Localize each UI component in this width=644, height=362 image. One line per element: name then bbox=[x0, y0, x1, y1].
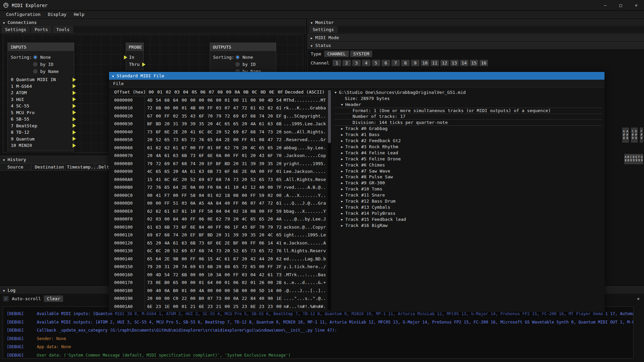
radio-sort-by-id[interactable] bbox=[33, 62, 38, 67]
probe-node-title[interactable]: PROBE bbox=[126, 43, 144, 51]
probe-in-row[interactable]: In bbox=[126, 54, 144, 61]
channel-button[interactable]: 4 bbox=[362, 60, 370, 66]
midi-output-pin-icon[interactable] bbox=[73, 144, 76, 148]
channel-button[interactable]: 15 bbox=[470, 60, 478, 66]
chevron-down-icon[interactable] bbox=[311, 43, 312, 48]
hex-row[interactable]: 0000110 69 67 68 74 20 EF BF BD 20 31 39… bbox=[112, 231, 326, 239]
piano-black-key[interactable]: C # 9 bbox=[631, 128, 634, 143]
tree-track-row[interactable]: Track #15 Feedback lead bbox=[335, 216, 602, 223]
tree-root-row[interactable]: G:\Studio One\Sources\GrabbagOriginalVer… bbox=[335, 89, 602, 96]
input-port-row[interactable]: 1 M-GS64 bbox=[8, 83, 74, 90]
smf-menu-item[interactable]: File bbox=[110, 81, 127, 86]
channel-button[interactable]: 5 bbox=[372, 60, 380, 66]
maximize-button[interactable]: □ bbox=[613, 0, 628, 10]
tree-track-row[interactable]: Track #16 BigRaw bbox=[335, 223, 602, 229]
hex-viewer[interactable]: Offset (hex) 00 01 02 03 04 05 06 07 08 … bbox=[112, 88, 326, 311]
channel-button[interactable]: 3 bbox=[352, 60, 361, 66]
piano-white-key[interactable]: E 9 bbox=[635, 154, 638, 164]
radio-sort-by-id[interactable] bbox=[235, 62, 240, 67]
piano-white-key[interactable]: F 9 bbox=[638, 154, 640, 164]
midi-output-pin-icon[interactable] bbox=[73, 124, 76, 128]
hex-row[interactable]: 0000190 20 00 00 C0 22 00 B0 07 73 00 0A… bbox=[112, 294, 326, 303]
log-close-icon[interactable]: ✕ bbox=[637, 296, 640, 301]
hex-row[interactable]: 00000A0 15 41 6C 6C 20 52 69 67 68 74 73… bbox=[112, 176, 326, 184]
probe-thru-row[interactable]: Thru bbox=[126, 61, 144, 68]
channel-button[interactable]: 13 bbox=[450, 60, 459, 66]
midi-output-pin-icon[interactable] bbox=[73, 110, 76, 114]
history-column-header[interactable]: Timestamp... bbox=[63, 163, 95, 170]
menu-item[interactable]: Display bbox=[45, 11, 70, 17]
channel-button[interactable]: 1 bbox=[333, 60, 341, 66]
midi-output-pin-icon[interactable] bbox=[73, 91, 76, 95]
midi-mode-header[interactable]: MIDI Mode bbox=[308, 34, 644, 41]
piano-white-key[interactable]: C 9 bbox=[630, 154, 632, 164]
tree-track-row[interactable]: Track #13 Cymbals bbox=[335, 204, 602, 210]
midi-output-pin-icon[interactable] bbox=[73, 78, 76, 82]
midi-output-pin-icon[interactable] bbox=[73, 97, 76, 101]
monitor-tab[interactable]: Settings bbox=[309, 26, 338, 33]
connections-tab[interactable]: Ports bbox=[31, 26, 52, 33]
channel-button[interactable]: 12 bbox=[440, 60, 449, 66]
piano-black-key[interactable]: G # 8 bbox=[622, 128, 625, 143]
hex-row[interactable]: 0000020 67 00 FF 02 35 43 6F 70 79 72 69… bbox=[112, 112, 326, 120]
hex-row[interactable]: 0000010 72 6B 00 00 01 4B 00 FF 03 07 47… bbox=[112, 104, 326, 112]
input-port-row[interactable]: 7 BeatStep bbox=[8, 123, 74, 129]
channel-button[interactable]: 11 bbox=[431, 60, 439, 66]
hex-row[interactable]: 00000F0 02 03 00 84 40 FF 06 0E 62 79 20… bbox=[112, 215, 326, 223]
chevron-right-icon[interactable] bbox=[311, 35, 312, 40]
input-port-row[interactable]: 10 MINI0 bbox=[8, 142, 74, 149]
hex-row[interactable]: 00000C0 00 41 F7 00 FF 58 04 01 02 18 08… bbox=[112, 191, 326, 200]
radio-sort-none[interactable] bbox=[33, 55, 38, 60]
hex-row[interactable]: 0000030 BF BD 20 31 39 39 35 20 4C 65 65… bbox=[112, 120, 326, 128]
monitor-collapse-header[interactable]: Monitor bbox=[308, 19, 644, 26]
type-button[interactable]: CHANNEL bbox=[324, 51, 349, 57]
midi-output-pin-icon[interactable] bbox=[73, 130, 76, 134]
channel-button[interactable]: 10 bbox=[421, 60, 429, 66]
connections-tab[interactable]: Tools bbox=[53, 26, 73, 33]
channel-button[interactable]: 2 bbox=[342, 60, 351, 66]
probe-node[interactable]: PROBE In Thru bbox=[126, 43, 144, 70]
hex-row[interactable]: 00000B0 72 76 65 64 2E 0A 00 F0 0A 41 10… bbox=[112, 183, 326, 191]
smf-titlebar[interactable]: Standard MIDI File bbox=[109, 72, 604, 80]
tree-track-row[interactable]: Track #11 Snare bbox=[335, 192, 602, 198]
hex-row[interactable]: 0000130 6C 6C 20 52 69 67 68 74 73 20 52… bbox=[112, 247, 326, 255]
log-output[interactable]: [DEBUG] Available MIDI inputs: [Quantum … bbox=[3, 306, 634, 359]
tree-track-row[interactable]: Track #5 Feline Drone bbox=[335, 156, 602, 162]
hex-row[interactable]: 00000E0 62 62 61 67 81 10 FF 58 04 04 02… bbox=[112, 207, 326, 215]
tree-track-row[interactable]: Track #3 Rock Rhythm bbox=[335, 144, 602, 150]
hex-row[interactable]: 0000090 4C 65 65 20 4A 61 63 6B 73 6F 6E… bbox=[112, 167, 326, 176]
clear-button[interactable]: Clear bbox=[44, 295, 63, 302]
hex-scrollbar-thumb[interactable] bbox=[328, 90, 331, 143]
hex-row[interactable]: 00000D0 00 00 FF 51 03 0A A5 4A 84 40 FF… bbox=[112, 199, 326, 207]
tree-track-row[interactable]: Track #8 Pulse Saw bbox=[335, 174, 602, 180]
radio-sort-none[interactable] bbox=[235, 55, 240, 60]
tree-track-row[interactable]: Track #2 Feedback Gt2 bbox=[335, 138, 602, 144]
piano-black-key[interactable]: D # 9 bbox=[635, 128, 638, 143]
channel-button[interactable]: 7 bbox=[391, 60, 400, 66]
channel-button[interactable]: 9 bbox=[411, 60, 419, 66]
midi-input-pin-icon[interactable] bbox=[124, 55, 127, 59]
tree-track-row[interactable]: Track #1 Bass bbox=[335, 132, 602, 138]
minimize-button[interactable]: — bbox=[597, 0, 613, 10]
hex-row[interactable]: 0000060 61 62 62 61 67 00 FF 01 0F 62 79… bbox=[112, 144, 326, 152]
inputs-node[interactable]: INPUTS Sorting: None by ID by Name bbox=[7, 43, 74, 151]
hex-row[interactable]: 0000040 73 6F 6E 2E 20 41 6C 6C 20 52 69… bbox=[112, 128, 326, 136]
tree-track-row[interactable]: Track #12 Bass Drum bbox=[335, 198, 602, 204]
hex-row[interactable]: 0000050 20 52 65 73 65 72 76 65 64 2E 00… bbox=[112, 136, 326, 144]
menu-item[interactable]: Help bbox=[71, 11, 88, 17]
input-port-row[interactable]: 9 Quantum bbox=[8, 136, 74, 143]
tree-track-row[interactable]: Track #0 Grabbag bbox=[335, 126, 602, 132]
piano-white-key[interactable]: G 9 bbox=[641, 154, 643, 164]
type-button[interactable]: SYSTEM bbox=[350, 51, 372, 57]
tree-track-row[interactable]: Track #14 PolyBrass bbox=[335, 210, 602, 216]
smf-window[interactable]: Standard MIDI File File Offset (hex) 00 … bbox=[109, 72, 605, 312]
close-button[interactable]: ✕ bbox=[628, 0, 644, 10]
chevron-down-icon[interactable] bbox=[3, 157, 5, 162]
input-port-row[interactable]: 5 MCU Pro bbox=[8, 109, 74, 116]
midi-output-pin-icon[interactable] bbox=[73, 104, 76, 108]
hex-scrollbar[interactable] bbox=[328, 89, 331, 310]
expander-icon[interactable] bbox=[341, 222, 343, 229]
expander-icon[interactable] bbox=[335, 89, 336, 96]
inputs-node-title[interactable]: INPUTS bbox=[8, 43, 74, 51]
channel-button[interactable]: 14 bbox=[460, 60, 468, 66]
